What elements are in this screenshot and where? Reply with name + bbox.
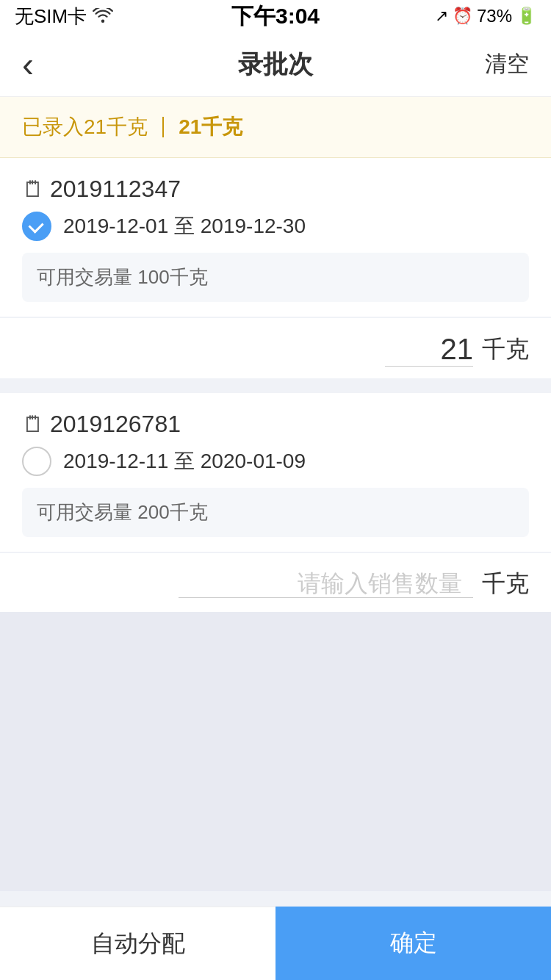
summary-amount: 21千克 <box>179 113 242 141</box>
status-bar: 无SIM卡 下午3:04 ↗ ⏰ 73% 🔋 <box>0 0 551 32</box>
quantity-row-1: 21 千克 <box>0 318 551 378</box>
radio-button-2[interactable] <box>22 447 51 476</box>
batch-date-1: 2019-12-01 至 2019-12-30 <box>63 212 306 240</box>
carrier-text: 无SIM卡 <box>15 4 87 29</box>
location-icon: ↗ <box>435 7 448 26</box>
alarm-icon: ⏰ <box>453 7 472 26</box>
batch-item-2: 🗒 2019126781 2019-12-11 至 2020-01-09 可用交… <box>0 393 551 552</box>
batch-icon-2: 🗒 <box>22 412 44 437</box>
radio-button-1[interactable] <box>22 212 51 241</box>
page-title: 录批次 <box>238 48 313 82</box>
batch-id-2: 2019126781 <box>50 411 181 438</box>
quantity-value-1: 21 <box>441 333 474 365</box>
confirm-button[interactable]: 确定 <box>276 907 551 980</box>
batch-date-2: 2019-12-11 至 2020-01-09 <box>63 447 306 475</box>
status-time: 下午3:04 <box>231 1 320 32</box>
batch-icon-1: 🗒 <box>22 177 44 202</box>
batch-availability-1: 可用交易量 100千克 <box>22 253 529 302</box>
bottom-buttons: 自动分配 确定 <box>0 907 551 980</box>
summary-divider <box>162 117 164 137</box>
battery-icon: 🔋 <box>516 7 536 26</box>
summary-entered: 已录入21千克 <box>22 113 148 141</box>
summary-banner: 已录入21千克 21千克 <box>0 97 551 158</box>
batch-date-row-1[interactable]: 2019-12-01 至 2019-12-30 <box>22 212 529 241</box>
batch-availability-2: 可用交易量 200千克 <box>22 488 529 537</box>
back-button[interactable]: ‹ <box>22 44 66 84</box>
status-left: 无SIM卡 <box>15 4 113 29</box>
input-unit-2: 千克 <box>482 568 529 600</box>
nav-bar: ‹ 录批次 清空 <box>0 32 551 97</box>
batch-item-1: 🗒 2019112347 2019-12-01 至 2019-12-30 可用交… <box>0 158 551 317</box>
clear-button[interactable]: 清空 <box>485 49 529 79</box>
battery-text: 73% <box>477 6 512 26</box>
quantity-input-2[interactable] <box>179 570 473 598</box>
auto-distribute-button[interactable]: 自动分配 <box>0 907 276 980</box>
input-row-2: 千克 <box>0 553 551 612</box>
batch-header-1: 🗒 2019112347 <box>22 176 529 203</box>
wifi-icon <box>93 5 113 28</box>
empty-area <box>0 612 551 891</box>
batch-date-row-2[interactable]: 2019-12-11 至 2020-01-09 <box>22 447 529 476</box>
quantity-display-1[interactable]: 21 <box>385 333 473 367</box>
status-right: ↗ ⏰ 73% 🔋 <box>435 6 536 26</box>
section-divider <box>0 378 551 393</box>
quantity-unit-1: 千克 <box>482 334 529 366</box>
batch-header-2: 🗒 2019126781 <box>22 411 529 438</box>
batch-id-1: 2019112347 <box>50 176 181 203</box>
